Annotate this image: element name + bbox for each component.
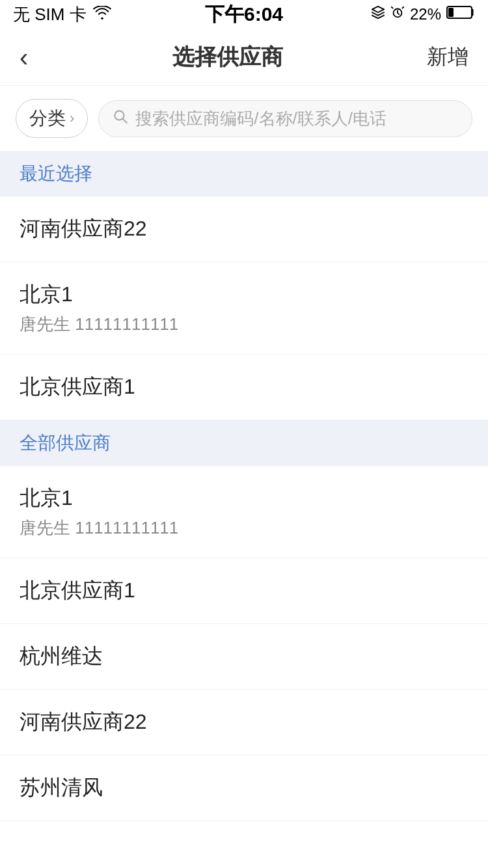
nav-bar: ‹ 选择供应商 新增 <box>0 29 488 86</box>
status-bar: 无 SIM 卡 下午6:04 22% <box>0 0 488 29</box>
list-item[interactable]: 苏州清风 <box>0 755 488 821</box>
battery-icon <box>446 5 475 23</box>
add-button[interactable]: 新增 <box>427 43 468 72</box>
all-section-label: 全部供应商 <box>20 433 111 453</box>
item-name: 河南供应商22 <box>20 708 468 737</box>
search-icon <box>112 108 129 129</box>
item-name: 北京1 <box>20 484 468 513</box>
recent-section-label: 最近选择 <box>20 163 92 183</box>
list-item[interactable]: 北京供应商1 <box>0 355 488 420</box>
recent-section-header: 最近选择 <box>0 151 488 197</box>
back-button[interactable]: ‹ <box>20 44 28 70</box>
recent-list: 河南供应商22北京1唐先生 11111111111北京供应商1 <box>0 197 488 420</box>
item-name: 杭州维达 <box>20 642 468 671</box>
location-icon <box>371 5 385 23</box>
all-section-header: 全部供应商 <box>0 420 488 466</box>
list-item[interactable]: 北京1唐先生 11111111111 <box>0 466 488 558</box>
status-right: 22% <box>371 5 475 23</box>
item-sub: 唐先生 11111111111 <box>20 313 468 336</box>
svg-rect-2 <box>448 8 454 17</box>
item-sub: 唐先生 11111111111 <box>20 517 468 539</box>
wifi-icon <box>93 5 111 25</box>
carrier-text: 无 SIM 卡 <box>13 3 87 26</box>
list-item[interactable]: 北京供应商1 <box>0 558 488 624</box>
category-label: 分类 <box>29 106 66 131</box>
list-item[interactable]: 杭州维达 <box>0 624 488 690</box>
search-placeholder: 搜索供应商编码/名称/联系人/电话 <box>135 107 386 130</box>
list-item[interactable]: 北京1唐先生 11111111111 <box>0 262 488 355</box>
list-item[interactable]: 河南供应商22 <box>0 197 488 262</box>
item-name: 北京供应商1 <box>20 373 468 401</box>
filter-bar: 分类 › 搜索供应商编码/名称/联系人/电话 <box>0 86 488 151</box>
status-left: 无 SIM 卡 <box>13 3 111 26</box>
category-button[interactable]: 分类 › <box>16 99 88 138</box>
search-box[interactable]: 搜索供应商编码/名称/联系人/电话 <box>98 100 472 137</box>
item-name: 北京1 <box>20 280 468 309</box>
all-list: 北京1唐先生 11111111111北京供应商1杭州维达河南供应商22苏州清风 <box>0 466 488 821</box>
chevron-right-icon: › <box>70 110 74 127</box>
status-time: 下午6:04 <box>205 1 283 28</box>
alarm-icon <box>390 5 405 23</box>
list-item[interactable]: 河南供应商22 <box>0 690 488 755</box>
battery-text: 22% <box>410 5 441 23</box>
page-title: 选择供应商 <box>172 42 283 72</box>
item-name: 北京供应商1 <box>20 576 468 605</box>
item-name: 苏州清风 <box>20 774 468 802</box>
item-name: 河南供应商22 <box>20 215 468 243</box>
